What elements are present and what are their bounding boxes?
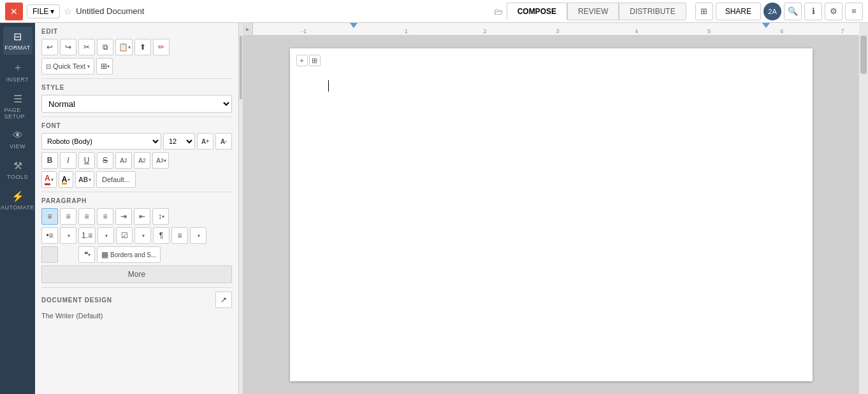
checklist-button[interactable]: ☑ [116,227,133,244]
case-button[interactable]: AB ▾ [75,171,94,188]
underline-button[interactable]: U [78,152,95,169]
favorite-icon[interactable]: ☆ [64,6,72,17]
copy-button[interactable]: ⧉ [97,39,113,55]
insert-special-button[interactable]: ⬆ [134,39,151,55]
page-add-button[interactable]: + [296,55,308,66]
quick-text-button[interactable]: ⊡ Quick Text ▾ [41,58,94,74]
undo-button[interactable]: ↩ [41,39,58,55]
font-family-select[interactable]: Roboto (Body) [41,133,161,150]
format-panel-container: EDIT ↩ ↪ ✂ ⧉ 📋 ▾ ⬆ ✏ ⊡ Quick Text ▾ [35,23,243,394]
share-button[interactable]: SHARE [716,3,761,20]
page-copy-button[interactable]: ⊞ [309,55,321,66]
superscript-button[interactable]: A2 [115,152,132,169]
numbered-caret-button[interactable]: ▾ [98,227,114,244]
more-text-style-button[interactable]: A3▾ [152,152,169,169]
search-button[interactable]: 🔍 [784,3,802,20]
paste-button[interactable]: 📋 ▾ [115,39,133,55]
clear-button[interactable]: ✏ [153,39,170,55]
case-caret-icon: ▾ [89,177,91,183]
tab-compose[interactable]: COMPOSE [507,3,567,20]
show-marks-button[interactable]: ¶ [153,227,170,244]
sidebar-tools-label: TOOLS [7,174,28,180]
bold-button[interactable]: B [41,152,58,169]
sidebar-item-tools[interactable]: ⚒ TOOLS [3,156,33,184]
ruler-tick-1: 1 [405,28,408,34]
grid-button[interactable]: ⊞ ▾ [96,58,113,74]
numbered-list-button[interactable]: 1.≡ [78,227,96,244]
avatar-button[interactable]: 2A [763,3,781,20]
borders-button[interactable]: ▦ Borders and S... [97,246,161,263]
top-tabs: COMPOSE REVIEW DISTRIBUTE [507,3,686,20]
presenter-button[interactable]: ⊞ [695,3,713,20]
borders-icon: ▦ [101,250,108,259]
tab-distribute[interactable]: DISTRIBUTE [619,3,686,20]
document-design-external-button[interactable]: ↗ [215,292,232,308]
left-sidebar: ⊟ FORMAT ＋ INSERT ☰ PAGE SETUP 👁 VIEW ⚒ … [0,23,35,394]
redo-button[interactable]: ↪ [60,39,76,55]
font-color-button[interactable]: A ▾ [41,171,57,188]
align-right-button[interactable]: ≡ [78,208,95,225]
more-para-caret-button[interactable]: ▾ [190,227,206,244]
bullet-list-button[interactable]: •≡ [41,227,58,244]
shading-button[interactable] [41,246,58,263]
insert-icon: ＋ [13,61,23,74]
document-area: ▸ -1 1 2 3 4 5 6 7 + ⊞ [243,23,859,394]
settings-button[interactable]: ⚙ [825,3,843,20]
ruler-toggle[interactable]: ▸ [243,23,253,36]
menu-button[interactable]: ≡ [845,3,863,20]
bullet-list-icon: •≡ [46,231,53,240]
page-sheet[interactable]: + ⊞ [290,48,813,381]
checklist-icon: ☑ [121,231,128,240]
sidebar-item-page-setup[interactable]: ☰ PAGE SETUP [3,89,33,123]
sidebar-item-insert[interactable]: ＋ INSERT [3,57,33,87]
ruler-tick-7: 7 [841,28,844,34]
info-button[interactable]: ℹ [804,3,822,20]
page-canvas[interactable]: + ⊞ [243,36,859,394]
checklist-caret-button[interactable]: ▾ [134,227,151,244]
align-justify-button[interactable]: ≡ [97,208,113,225]
sidebar-automate-label: AUTOMATE [1,204,34,211]
divider-4 [41,287,232,288]
tab-review[interactable]: REVIEW [567,3,619,20]
subscript-button[interactable]: A2 [134,152,150,169]
more-button[interactable]: More [41,265,232,283]
file-menu-button[interactable]: FILE ▾ [27,4,60,18]
right-scrollbar[interactable] [859,23,868,394]
default-button[interactable]: Default... [96,171,136,188]
bullet-caret-button[interactable]: ▾ [60,227,76,244]
font-size-decrease-button[interactable]: A- [215,133,232,150]
sidebar-item-automate[interactable]: ⚡ AUTOMATE [3,186,33,215]
line-spacing-button[interactable]: ↕ ▾ [152,208,169,225]
align-left-button[interactable]: ≡ [41,208,58,225]
indent-decrease-button[interactable]: ⇤ [134,208,150,225]
format-panel: EDIT ↩ ↪ ✂ ⧉ 📋 ▾ ⬆ ✏ ⊡ Quick Text ▾ [35,23,239,394]
font-family-row: Roboto (Body) 12 891011 14182436 A+ A- [41,133,232,150]
strikethrough-button[interactable]: S [97,152,113,169]
more-para-options-button[interactable]: ≡ [171,227,188,244]
file-caret-icon: ▾ [50,7,54,16]
document-design-title: DOCUMENT DESIGN [41,297,112,304]
font-size-select[interactable]: 12 891011 14182436 [163,133,195,150]
align-justify-icon: ≡ [103,212,107,221]
ruler-tick-6: 6 [780,28,783,34]
align-center-button[interactable]: ≡ [60,208,76,225]
more-para-caret-icon: ▾ [198,233,200,239]
folder-icon[interactable]: 🗁 [494,6,503,17]
cut-icon: ✂ [83,43,90,52]
edit-section-title: EDIT [41,28,232,35]
quote-button[interactable]: ❝ ▾ [78,246,95,263]
sidebar-item-view[interactable]: 👁 VIEW [3,126,33,153]
close-button[interactable]: ✕ [5,3,23,20]
style-select[interactable]: Normal Heading 1 Heading 2 Heading 3 Tit… [41,95,232,113]
panel-scrollbar[interactable] [239,23,243,394]
cut-button[interactable]: ✂ [78,39,95,55]
grid-icon: ⊞ [101,62,107,71]
indent-increase-button[interactable]: ⇥ [115,208,132,225]
font-size-increase-button[interactable]: A+ [197,133,213,150]
bullet-caret-icon: ▾ [68,233,70,239]
menu-icon: ≡ [851,6,857,16]
sidebar-item-format[interactable]: ⊟ FORMAT [3,27,33,55]
italic-button[interactable]: I [60,152,76,169]
highlight-color-button[interactable]: A ▾ [59,171,74,188]
page-setup-icon: ☰ [13,93,22,105]
